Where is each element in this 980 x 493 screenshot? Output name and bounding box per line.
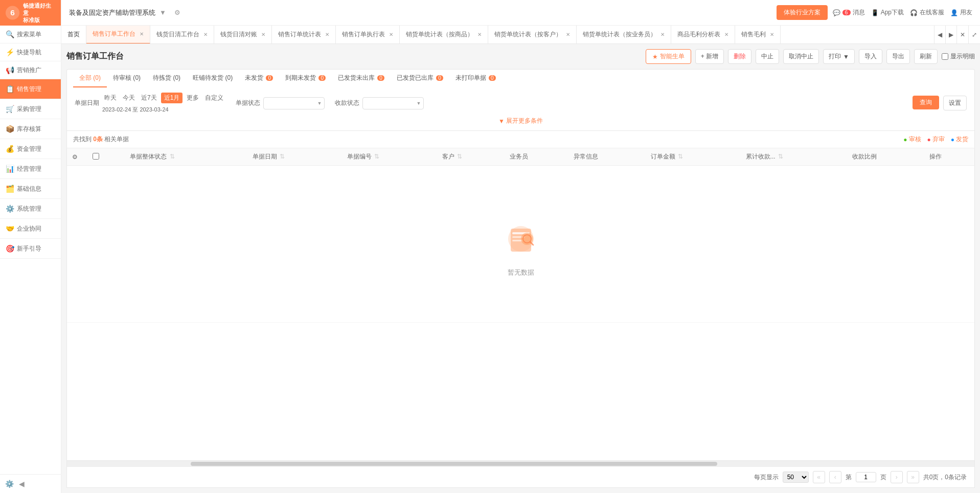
message-action[interactable]: 💬 6 消息 bbox=[833, 8, 865, 17]
refresh-btn[interactable]: 刷新 bbox=[914, 49, 938, 64]
sort-customer-icon[interactable]: ⇅ bbox=[457, 153, 462, 160]
tab-summary-customer[interactable]: 销货单统计表（按客户） ✕ bbox=[488, 26, 577, 44]
user-action[interactable]: 👤 用友 bbox=[950, 8, 972, 17]
review-action[interactable]: ● 审核 bbox=[903, 135, 921, 144]
tab-home[interactable]: 首页 bbox=[61, 26, 86, 44]
sub-tab-unshipped[interactable]: 未发货 0 bbox=[239, 70, 279, 87]
tab-sales-stats[interactable]: 销售订单统计表 ✕ bbox=[272, 26, 336, 44]
sidebar-item-marketing[interactable]: 📢 营销推广 bbox=[0, 61, 61, 79]
table-scroll[interactable]: ⚙ 单据整体状态 ⇅ 单据日期 ⇅ bbox=[67, 148, 974, 460]
tab-sales-split-close[interactable]: ✕ bbox=[770, 32, 774, 37]
sidebar-item-enterprise[interactable]: 🤝 企业协同 bbox=[0, 219, 61, 239]
title-dropdown-icon[interactable]: ▼ bbox=[159, 9, 166, 16]
tab-sales-stats-close[interactable]: ✕ bbox=[325, 32, 329, 37]
show-detail-input[interactable] bbox=[942, 53, 948, 60]
horizontal-scrollbar[interactable] bbox=[67, 460, 974, 466]
sidebar-item-system[interactable]: ⚙️ 系统管理 bbox=[0, 199, 61, 219]
collapse-icon[interactable]: ◀ bbox=[19, 480, 25, 488]
tab-nav-prev[interactable]: ◀ bbox=[934, 26, 945, 44]
expand-filter-btn[interactable]: ▼ 展开更多条件 bbox=[498, 117, 543, 125]
payment-select[interactable] bbox=[362, 97, 424, 109]
tab-gross-profit-close[interactable]: ✕ bbox=[724, 32, 728, 37]
sidebar-item-purchase[interactable]: 🛒 采购管理 bbox=[0, 99, 61, 119]
sub-tab-pending-review[interactable]: 待审核 (0) bbox=[107, 70, 147, 87]
sub-tab-wangpu[interactable]: 旺铺待发货 (0) bbox=[187, 70, 239, 87]
import-btn[interactable]: 导入 bbox=[859, 49, 882, 64]
sort-date-icon[interactable]: ⇅ bbox=[280, 153, 285, 160]
tab-cash-reconcile-close[interactable]: ✕ bbox=[261, 32, 265, 37]
tab-sales-workbench[interactable]: 销售订单工作台 ✕ bbox=[86, 26, 150, 44]
sidebar-item-search[interactable]: 🔍 搜索菜单 bbox=[0, 26, 61, 43]
sidebar-item-guide[interactable]: 🎯 新手引导 bbox=[0, 239, 61, 259]
tab-sales-split[interactable]: 销售毛利 ✕ bbox=[735, 26, 781, 44]
date-custom[interactable]: 自定义 bbox=[203, 93, 225, 103]
app-download-action[interactable]: 📱 App下载 bbox=[871, 8, 904, 17]
tab-summary-product-close[interactable]: ✕ bbox=[477, 32, 482, 37]
sidebar-item-inventory[interactable]: 📦 库存核算 bbox=[0, 119, 61, 139]
page-first-btn[interactable]: « bbox=[813, 471, 825, 483]
select-all-checkbox[interactable] bbox=[93, 153, 99, 160]
page-last-btn[interactable]: » bbox=[907, 471, 919, 483]
tab-sales-exec[interactable]: 销售订单执行表 ✕ bbox=[336, 26, 400, 44]
date-today[interactable]: 今天 bbox=[121, 93, 137, 103]
add-btn[interactable]: + 新增 bbox=[695, 49, 724, 64]
sort-amount-icon[interactable]: ⇅ bbox=[678, 153, 683, 160]
settings-icon[interactable]: ⚙ bbox=[174, 9, 180, 16]
online-service-action[interactable]: 🎧 在线客服 bbox=[910, 8, 944, 17]
page-next-btn[interactable]: › bbox=[891, 471, 903, 483]
page-prev-btn[interactable]: ‹ bbox=[829, 471, 841, 483]
date-more[interactable]: 更多 bbox=[185, 93, 201, 103]
tab-close-all[interactable]: ✕ bbox=[956, 26, 968, 44]
status-select[interactable] bbox=[263, 97, 325, 109]
sort-number-icon[interactable]: ⇅ bbox=[374, 153, 379, 160]
tab-summary-product[interactable]: 销货单统计表（按商品） ✕ bbox=[400, 26, 488, 44]
scrollbar-thumb[interactable] bbox=[191, 462, 717, 466]
tab-sales-workbench-close[interactable]: ✕ bbox=[140, 31, 144, 37]
cancel-suspend-btn[interactable]: 取消中止 bbox=[783, 49, 819, 64]
print-btn[interactable]: 打印 ▼ bbox=[823, 49, 855, 64]
export-btn[interactable]: 导出 bbox=[886, 49, 910, 64]
sort-received-icon[interactable]: ⇅ bbox=[778, 153, 783, 160]
date-7days[interactable]: 近7天 bbox=[139, 93, 159, 103]
sub-tab-expired-unshipped[interactable]: 到期未发货 0 bbox=[279, 70, 332, 87]
page-size-select[interactable]: 50 100 200 bbox=[783, 472, 809, 483]
ship-action[interactable]: ● 发货 bbox=[951, 135, 968, 144]
sub-tab-pending-inspect[interactable]: 待拣货 (0) bbox=[147, 70, 187, 87]
tab-sales-exec-close[interactable]: ✕ bbox=[389, 32, 393, 37]
sub-tab-shipped-not-out[interactable]: 已发货未出库 0 bbox=[332, 70, 391, 87]
tab-daily-clear-close[interactable]: ✕ bbox=[203, 32, 208, 37]
tab-fullscreen[interactable]: ⤢ bbox=[968, 26, 980, 44]
sidebar-item-sales[interactable]: 📋 销售管理 bbox=[0, 79, 61, 99]
mobile-icon: 📱 bbox=[871, 9, 879, 16]
sidebar-item-finance[interactable]: 💰 资金管理 bbox=[0, 139, 61, 159]
sub-tab-unprinted[interactable]: 未打印单据 0 bbox=[449, 70, 502, 87]
sort-status-icon[interactable]: ⇅ bbox=[170, 153, 175, 160]
tab-cash-reconcile[interactable]: 钱货日清对账 ✕ bbox=[214, 26, 272, 44]
suspend-btn[interactable]: 中止 bbox=[756, 49, 779, 64]
date-1month[interactable]: 近1月 bbox=[161, 93, 183, 103]
setting-btn[interactable]: 设置 bbox=[943, 96, 967, 110]
date-range-display: 2023-02-24 至 2023-03-24 bbox=[102, 106, 225, 114]
industry-btn[interactable]: 体验行业方案 bbox=[777, 5, 828, 20]
column-settings-icon[interactable]: ⚙ bbox=[72, 153, 78, 161]
tab-summary-customer-close[interactable]: ✕ bbox=[566, 32, 570, 37]
settings-gear-icon[interactable]: ⚙️ bbox=[5, 480, 14, 488]
sidebar-item-quick[interactable]: ⚡ 快捷导航 bbox=[0, 43, 61, 61]
show-detail-checkbox[interactable]: 显示明细 bbox=[942, 52, 975, 61]
tab-gross-profit[interactable]: 商品毛利分析表 ✕ bbox=[671, 26, 735, 44]
query-btn[interactable]: 查询 bbox=[913, 96, 939, 109]
sidebar-item-operation[interactable]: 📊 经营管理 bbox=[0, 159, 61, 179]
delete-btn[interactable]: 删除 bbox=[728, 49, 751, 64]
sub-tab-all[interactable]: 全部 (0) bbox=[73, 70, 107, 87]
tab-summary-staff-close[interactable]: ✕ bbox=[660, 32, 665, 37]
page-input[interactable] bbox=[856, 472, 876, 482]
smart-generate-btn[interactable]: ★ 智能生单 bbox=[646, 49, 691, 64]
unreview-action[interactable]: ● 弃审 bbox=[927, 135, 945, 144]
sidebar-item-basic[interactable]: 🗂️ 基础信息 bbox=[0, 179, 61, 199]
date-yesterday[interactable]: 昨天 bbox=[102, 93, 119, 103]
tab-nav-next[interactable]: ▶ bbox=[945, 26, 956, 44]
sub-tab-shipped-out[interactable]: 已发货已出库 0 bbox=[391, 70, 449, 87]
tab-daily-clear[interactable]: 钱货日清工作台 ✕ bbox=[150, 26, 214, 44]
tab-summary-staff[interactable]: 销货单统计表（按业务员） ✕ bbox=[577, 26, 671, 44]
print-dropdown-icon: ▼ bbox=[843, 53, 849, 60]
